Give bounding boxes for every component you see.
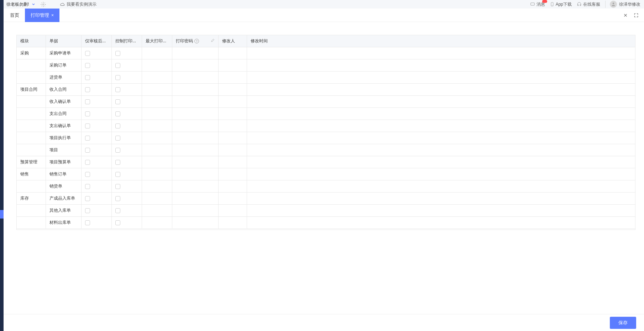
cell-max-print[interactable] (142, 156, 172, 168)
checkbox-control-print[interactable] (115, 99, 120, 104)
message-icon (530, 2, 535, 7)
checkbox-only-after-audit[interactable] (85, 51, 90, 56)
save-button[interactable]: 保存 (610, 317, 636, 329)
cell-control-print (112, 205, 142, 216)
th-modifier: 修改人 (219, 35, 247, 47)
cell-print-password[interactable] (172, 180, 219, 192)
cell-max-print[interactable] (142, 120, 172, 132)
checkbox-control-print[interactable] (115, 124, 120, 128)
th-max-print: 最大打印... (142, 35, 172, 47)
checkbox-only-after-audit[interactable] (85, 160, 90, 165)
checkbox-only-after-audit[interactable] (85, 208, 90, 213)
checkbox-only-after-audit[interactable] (85, 220, 90, 225)
cell-max-print[interactable] (142, 144, 172, 156)
checkbox-only-after-audit[interactable] (85, 184, 90, 189)
cell-max-print[interactable] (142, 108, 172, 120)
close-icon[interactable]: × (51, 13, 54, 18)
message-link[interactable]: 消息 (530, 1, 545, 7)
tab-home[interactable]: 首页 (4, 9, 25, 22)
checkbox-control-print[interactable] (115, 196, 120, 201)
checkbox-control-print[interactable] (115, 63, 120, 68)
cell-max-print[interactable] (142, 84, 172, 95)
cell-module (17, 96, 46, 107)
online-service-link[interactable]: 在线客服 (577, 1, 600, 7)
cell-max-print[interactable] (142, 217, 172, 228)
checkbox-only-after-audit[interactable] (85, 124, 90, 128)
cell-module (17, 205, 46, 216)
cell-print-password[interactable] (172, 96, 219, 107)
cell-print-password[interactable] (172, 156, 219, 168)
cell-modify-time (247, 193, 635, 204)
close-all-tabs-button[interactable] (622, 12, 629, 19)
demo-link[interactable]: 我要看实例演示 (59, 1, 96, 7)
user-menu[interactable]: 徐泽华修改 (605, 1, 640, 8)
table-body[interactable]: 采购采购申请单采购订单进货单项目合同收入合同收入确认单支出合同支出确认单项目执行… (17, 47, 635, 230)
cell-module: 销售 (17, 168, 46, 180)
checkbox-control-print[interactable] (115, 160, 120, 165)
cell-module (17, 59, 46, 71)
cell-print-password[interactable] (172, 168, 219, 180)
cell-print-password[interactable] (172, 47, 219, 59)
checkbox-only-after-audit[interactable] (85, 63, 90, 68)
checkbox-control-print[interactable] (115, 87, 120, 92)
cell-max-print[interactable] (142, 96, 172, 107)
cell-print-password[interactable] (172, 72, 219, 83)
th-module: 模块 (17, 35, 46, 47)
gear-icon[interactable] (40, 1, 46, 7)
cell-max-print[interactable] (142, 132, 172, 144)
cell-module (17, 217, 46, 228)
checkbox-only-after-audit[interactable] (85, 87, 90, 92)
tab-print-management[interactable]: 打印管理 × (25, 9, 59, 22)
cell-print-password[interactable] (172, 108, 219, 120)
checkbox-only-after-audit[interactable] (85, 196, 90, 201)
cell-modify-time (247, 96, 635, 107)
cell-print-password[interactable] (172, 205, 219, 216)
cell-print-password[interactable] (172, 193, 219, 204)
checkbox-control-print[interactable] (115, 51, 120, 56)
cell-print-password[interactable] (172, 59, 219, 71)
cell-max-print[interactable] (142, 72, 172, 83)
org-selector[interactable]: 徐老板勿删! (6, 1, 37, 7)
cell-doc: 采购申请单 (46, 47, 82, 59)
cell-modifier (219, 47, 247, 59)
cell-control-print (112, 217, 142, 228)
cell-modify-time (247, 132, 635, 144)
cell-print-password[interactable] (172, 132, 219, 144)
cell-max-print[interactable] (142, 193, 172, 204)
app-download-link[interactable]: App下载 (550, 1, 572, 7)
cell-modify-time (247, 168, 635, 180)
cell-modifier (219, 132, 247, 144)
fullscreen-button[interactable] (633, 12, 640, 19)
cell-doc: 采购订单 (46, 59, 82, 71)
cell-max-print[interactable] (142, 168, 172, 180)
checkbox-only-after-audit[interactable] (85, 99, 90, 104)
cell-print-password[interactable] (172, 120, 219, 132)
cell-max-print[interactable] (142, 59, 172, 71)
cell-print-password[interactable] (172, 144, 219, 156)
checkbox-control-print[interactable] (115, 220, 120, 225)
checkbox-control-print[interactable] (115, 172, 120, 177)
cell-print-password[interactable] (172, 217, 219, 228)
checkbox-control-print[interactable] (115, 75, 120, 80)
checkbox-control-print[interactable] (115, 111, 120, 116)
table-row: 支出确认单 (17, 120, 635, 132)
checkbox-control-print[interactable] (115, 148, 120, 153)
checkbox-only-after-audit[interactable] (85, 148, 90, 153)
checkbox-control-print[interactable] (115, 184, 120, 189)
cell-modifier (219, 84, 247, 95)
checkbox-control-print[interactable] (115, 136, 120, 141)
help-icon[interactable]: ? (194, 39, 199, 43)
edit-icon[interactable] (210, 38, 215, 44)
cell-max-print[interactable] (142, 47, 172, 59)
cell-print-password[interactable] (172, 84, 219, 95)
checkbox-control-print[interactable] (115, 208, 120, 213)
checkbox-only-after-audit[interactable] (85, 136, 90, 141)
checkbox-only-after-audit[interactable] (85, 172, 90, 177)
checkbox-only-after-audit[interactable] (85, 75, 90, 80)
checkbox-only-after-audit[interactable] (85, 111, 90, 116)
cell-control-print (112, 108, 142, 120)
table-row: 库存产成品入库单 (17, 193, 635, 205)
cell-max-print[interactable] (142, 180, 172, 192)
svg-point-3 (613, 2, 614, 4)
cell-max-print[interactable] (142, 205, 172, 216)
